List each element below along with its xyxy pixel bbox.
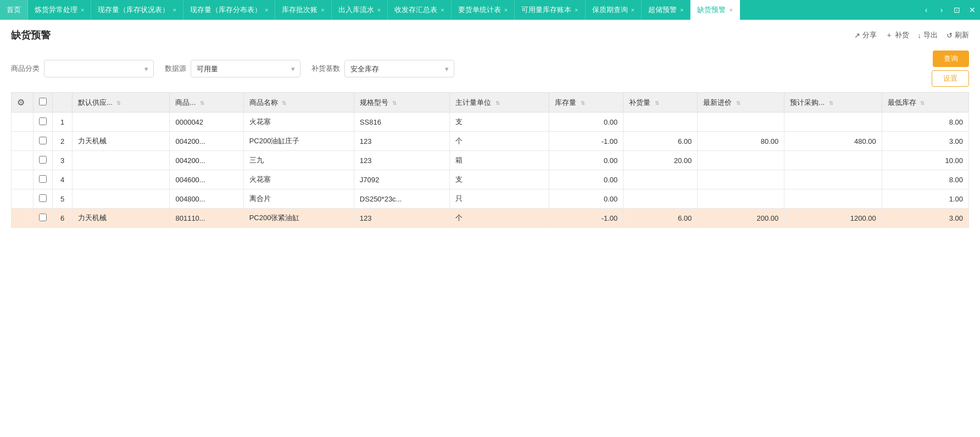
tab-exception[interactable]: 炼货异常处理 × (28, 0, 91, 20)
row-minstock-4: 1.00 (882, 189, 968, 209)
sort-minstock-icon[interactable]: ⇅ (920, 100, 925, 106)
row-check-4[interactable] (34, 189, 53, 209)
row-supplier-3 (73, 170, 170, 189)
row-stock-3: 0.00 (549, 170, 623, 189)
query-button[interactable]: 查询 (933, 51, 969, 67)
share-label: 分享 (862, 30, 877, 40)
row-check-1[interactable] (34, 132, 53, 151)
replenish-basis-select[interactable]: 安全库存 (344, 60, 454, 77)
col-minstock-header: 最低库存 ⇅ (882, 93, 968, 113)
settings-gear-icon[interactable]: ⚙ (17, 98, 25, 107)
row-check-5[interactable] (34, 209, 53, 228)
export-button[interactable]: ↓ 导出 (918, 30, 938, 40)
col-check-header (34, 93, 53, 113)
tab-inventory-dist-close[interactable]: × (265, 7, 268, 13)
row-check-0[interactable] (34, 113, 53, 132)
tab-inout-flow-close[interactable]: × (377, 7, 381, 13)
row-checkbox-1[interactable] (39, 137, 47, 144)
sort-unit-icon[interactable]: ⇅ (495, 100, 500, 106)
row-settings-3 (12, 170, 34, 189)
tab-batch-account-close[interactable]: × (321, 7, 324, 13)
row-check-3[interactable] (34, 170, 53, 189)
datasource-select[interactable]: 可用量 (191, 60, 300, 77)
row-code-1: 004200... (170, 132, 243, 151)
row-unit-2: 箱 (450, 151, 549, 170)
row-checkbox-0[interactable] (39, 117, 47, 125)
tab-order-stats-label: 要货单统计表 (458, 5, 501, 15)
row-price-0 (698, 113, 784, 132)
col-name-header: 商品名称 ⇅ (243, 93, 354, 113)
row-checkbox-5[interactable] (39, 214, 47, 221)
tab-overstock-label: 超储预警 (648, 5, 677, 15)
sort-stock-icon[interactable]: ⇅ (581, 100, 585, 106)
row-replenish-2: 20.00 (623, 151, 698, 170)
row-num-1: 2 (53, 132, 73, 151)
select-all-checkbox[interactable] (39, 98, 47, 105)
row-unit-5: 个 (450, 209, 549, 228)
tab-exception-close[interactable]: × (81, 7, 84, 13)
page-title: 缺货预警 (11, 29, 854, 42)
export-icon: ↓ (918, 31, 922, 40)
row-spec-0: SS816 (354, 113, 449, 132)
tab-batch-account[interactable]: 库存批次账 × (275, 0, 331, 20)
data-table: ⚙ 默认供应... ⇅ 商品... ⇅ 商品名称 ⇅ (11, 92, 969, 228)
row-price-1: 80.00 (698, 132, 784, 151)
tab-order-stats-close[interactable]: × (504, 7, 508, 13)
row-code-2: 004200... (170, 151, 243, 170)
row-spec-5: 123 (354, 209, 449, 228)
category-select[interactable] (44, 60, 154, 77)
sort-code-icon[interactable]: ⇅ (200, 100, 204, 106)
refresh-button[interactable]: ↺ 刷新 (946, 30, 969, 40)
row-checkbox-4[interactable] (39, 194, 47, 202)
sort-spec-icon[interactable]: ⇅ (392, 100, 397, 106)
tab-inventory-dist[interactable]: 现存量（库存分布表） × (183, 0, 275, 20)
tab-receipt-summary-close[interactable]: × (441, 7, 444, 13)
datasource-select-wrapper: 可用量 (191, 60, 300, 77)
nav-prev-button[interactable]: ‹ (918, 0, 934, 20)
share-button[interactable]: ↗ 分享 (854, 30, 877, 40)
nav-next-button[interactable]: › (934, 0, 949, 20)
tab-expiry-close[interactable]: × (631, 7, 634, 13)
tab-overstock[interactable]: 超储预警 × (642, 0, 691, 20)
nav-restore-button[interactable]: ⊡ (949, 0, 965, 20)
datasource-filter-label: 数据源 (165, 64, 186, 74)
sort-name-icon[interactable]: ⇅ (282, 100, 286, 106)
row-name-0: 火花塞 (243, 113, 354, 132)
tab-available-ledger[interactable]: 可用量库存账本 × (515, 0, 585, 20)
tab-inout-flow-label: 出入库流水 (338, 5, 374, 15)
replenish-button[interactable]: ＋ 补货 (886, 30, 909, 40)
row-estimated-2 (784, 151, 882, 170)
row-checkbox-2[interactable] (39, 156, 47, 164)
col-spec-label: 规格型号 (360, 98, 388, 107)
sort-replenish-icon[interactable]: ⇅ (655, 100, 659, 106)
filter-actions: 查询 设置 (932, 51, 969, 87)
replenish-icon: ＋ (886, 30, 893, 40)
sort-estimated-icon[interactable]: ⇅ (829, 100, 833, 106)
tab-expiry[interactable]: 保质期查询 × (586, 0, 642, 20)
tab-home[interactable]: 首页 (0, 0, 28, 20)
tab-shortage-close[interactable]: × (729, 7, 732, 13)
tab-overstock-close[interactable]: × (680, 7, 683, 13)
row-replenish-0 (623, 113, 698, 132)
tab-inventory-status[interactable]: 现存量（库存状况表） × (91, 0, 183, 20)
tab-shortage[interactable]: 缺货预警 × (691, 0, 739, 20)
row-checkbox-3[interactable] (39, 175, 47, 183)
tab-inventory-status-close[interactable]: × (172, 7, 176, 13)
row-minstock-1: 3.00 (882, 132, 968, 151)
col-num-header (53, 93, 73, 113)
row-supplier-1: 力天机械 (73, 132, 170, 151)
row-price-3 (698, 170, 784, 189)
sort-price-icon[interactable]: ⇅ (736, 100, 740, 106)
row-check-2[interactable] (34, 151, 53, 170)
tab-order-stats[interactable]: 要货单统计表 × (452, 0, 515, 20)
sort-supplier-icon[interactable]: ⇅ (116, 100, 121, 106)
row-price-5: 200.00 (698, 209, 784, 228)
nav-close-all-button[interactable]: ✕ (965, 0, 980, 20)
tab-receipt-summary[interactable]: 收发存汇总表 × (388, 0, 451, 20)
tab-inout-flow[interactable]: 出入库流水 × (332, 0, 388, 20)
row-num-2: 3 (53, 151, 73, 170)
col-price-label: 最新进价 (703, 98, 732, 107)
tab-available-ledger-close[interactable]: × (575, 7, 578, 13)
settings-button[interactable]: 设置 (932, 70, 969, 87)
row-name-5: PC200张紧油缸 (243, 209, 354, 228)
